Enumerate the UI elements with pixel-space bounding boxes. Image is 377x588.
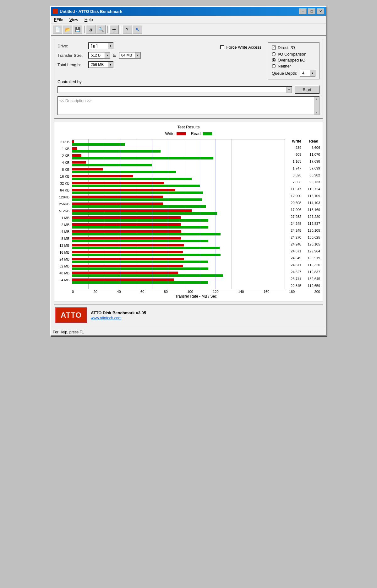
value-row: 1,74737,699 bbox=[286, 165, 320, 172]
overlapped-io-radio[interactable] bbox=[272, 58, 276, 62]
controlled-by-row: ▼ Start bbox=[57, 85, 320, 94]
write-value: 11,517 bbox=[286, 187, 301, 191]
move-button[interactable]: ✛ bbox=[109, 25, 119, 34]
toolbar-separator-3 bbox=[120, 26, 121, 33]
transfer-from-arrow[interactable]: ▼ bbox=[105, 52, 110, 58]
total-length-arrow[interactable]: ▼ bbox=[108, 62, 113, 67]
context-help-button[interactable]: ↖ bbox=[133, 25, 142, 34]
scroll-down-arrow[interactable]: ▼ bbox=[315, 111, 318, 114]
row-label: 1 KB bbox=[57, 145, 71, 152]
x-axis-label: 120 bbox=[213, 290, 218, 294]
atto-url[interactable]: www.attotech.com bbox=[91, 316, 146, 320]
row-label: 512 B bbox=[57, 138, 71, 145]
write-bar bbox=[72, 175, 133, 177]
read-legend-bar bbox=[203, 132, 212, 135]
read-bar bbox=[72, 212, 217, 215]
help-button[interactable]: ? bbox=[123, 25, 132, 34]
x-axis-label: 40 bbox=[117, 290, 121, 294]
scroll-up-arrow[interactable]: ▲ bbox=[315, 98, 318, 100]
read-value: 120,105 bbox=[304, 242, 320, 246]
toolbar-separator-2 bbox=[107, 26, 108, 33]
write-value: 22,845 bbox=[286, 284, 301, 288]
queue-depth-select[interactable]: 4 ▼ bbox=[300, 70, 315, 77]
transfer-to-arrow[interactable]: ▼ bbox=[135, 52, 140, 58]
x-axis-label: 80 bbox=[164, 290, 168, 294]
queue-depth-arrow[interactable]: ▼ bbox=[310, 70, 315, 76]
controlled-by-arrow[interactable]: ▼ bbox=[287, 87, 292, 93]
write-value: 24,248 bbox=[286, 242, 301, 246]
write-value: 603 bbox=[286, 153, 301, 156]
row-label: 48 MB bbox=[57, 270, 71, 277]
menu-help[interactable]: Help bbox=[83, 17, 94, 23]
transfer-to-select[interactable]: 64 MB ▼ bbox=[119, 52, 141, 59]
value-row: 12,900115,109 bbox=[286, 192, 320, 199]
value-row: 23,741132,645 bbox=[286, 275, 320, 282]
row-label: 16 KB bbox=[57, 173, 71, 180]
controlled-by-select[interactable]: ▼ bbox=[57, 86, 292, 93]
read-value: 119,320 bbox=[304, 263, 320, 267]
value-row: 24,649130,519 bbox=[286, 255, 320, 262]
write-value: 24,871 bbox=[286, 249, 301, 253]
transfer-to-label: to bbox=[113, 53, 116, 58]
radio-dot bbox=[273, 59, 275, 61]
drive-arrow[interactable]: ▼ bbox=[108, 43, 113, 49]
write-bar bbox=[72, 223, 181, 226]
save-button[interactable]: 💾 bbox=[73, 25, 82, 34]
row-label: 4 MB bbox=[57, 228, 71, 235]
x-axis-label: 200 bbox=[314, 290, 320, 294]
grid-line bbox=[200, 139, 200, 289]
row-label: 2 MB bbox=[57, 221, 71, 228]
neither-radio[interactable] bbox=[272, 64, 276, 68]
drive-select[interactable]: [-g-] ▼ bbox=[88, 42, 113, 49]
open-button[interactable]: 📂 bbox=[63, 25, 72, 34]
main-window: Untitled - ATTO Disk Benchmark – □ ✕ FFi… bbox=[50, 6, 327, 336]
start-button[interactable]: Start bbox=[295, 85, 320, 94]
force-write-checkbox[interactable] bbox=[220, 45, 224, 49]
values-header: Write Read bbox=[286, 139, 320, 143]
io-comparison-row: I/O Comparison bbox=[272, 52, 315, 57]
io-comparison-radio[interactable] bbox=[272, 52, 276, 56]
x-axis-labels-container: 020406080100120140160180200 bbox=[72, 290, 320, 294]
transfer-to-value: 64 MB bbox=[119, 52, 135, 58]
minimize-button[interactable]: – bbox=[299, 8, 307, 14]
menu-file[interactable]: FFile bbox=[53, 17, 64, 23]
description-scrollbar[interactable]: ▲ ▼ bbox=[314, 97, 319, 115]
value-row: 2396,606 bbox=[286, 144, 320, 151]
transfer-from-select[interactable]: 512 B ▼ bbox=[88, 52, 110, 59]
new-button[interactable]: 📄 bbox=[53, 25, 62, 34]
read-value: 119,659 bbox=[304, 284, 320, 288]
menu-view[interactable]: View bbox=[68, 17, 79, 23]
preview-button[interactable]: 🔍 bbox=[96, 25, 106, 34]
total-length-select[interactable]: 256 MB ▼ bbox=[88, 61, 113, 68]
write-bar bbox=[72, 244, 184, 246]
row-label: 24 MB bbox=[57, 256, 71, 263]
read-bar bbox=[72, 233, 221, 235]
total-length-value: 256 MB bbox=[89, 62, 108, 67]
value-row: 24,248120,105 bbox=[286, 227, 320, 234]
chart-container: 512 B1 KB2 KB4 KB8 KB16 KB32 KB64 KB128K… bbox=[57, 138, 320, 299]
print-button[interactable]: 🖨 bbox=[86, 25, 96, 34]
write-bar bbox=[72, 216, 181, 219]
read-value: 6,606 bbox=[304, 146, 320, 149]
write-bar bbox=[72, 265, 183, 267]
x-axis-label: 20 bbox=[94, 290, 97, 294]
direct-io-checkbox[interactable]: ✓ bbox=[272, 46, 276, 50]
io-options-panel: ✓ Direct I/O I/O Comparison Overlapped I… bbox=[268, 42, 320, 79]
window-title: Untitled - ATTO Disk Benchmark bbox=[60, 9, 122, 14]
write-bar bbox=[72, 278, 174, 281]
controlled-by-label: Controlled by: bbox=[57, 79, 320, 84]
write-bar bbox=[72, 161, 86, 164]
write-legend-label: Write bbox=[165, 131, 174, 136]
row-label: 16 MB bbox=[57, 249, 71, 256]
value-row: 7,65696,733 bbox=[286, 179, 320, 186]
row-label: 512KB bbox=[57, 208, 71, 214]
x-axis-label: 0 bbox=[72, 290, 74, 294]
write-value: 27,932 bbox=[286, 215, 301, 218]
read-value: 120,105 bbox=[304, 229, 320, 232]
row-label: 8 MB bbox=[57, 235, 71, 242]
description-box[interactable]: << Description >> ▲ ▼ bbox=[57, 96, 320, 115]
close-button[interactable]: ✕ bbox=[317, 8, 324, 14]
maximize-button[interactable]: □ bbox=[308, 8, 315, 14]
write-bar bbox=[72, 196, 163, 198]
write-bar bbox=[72, 202, 163, 205]
